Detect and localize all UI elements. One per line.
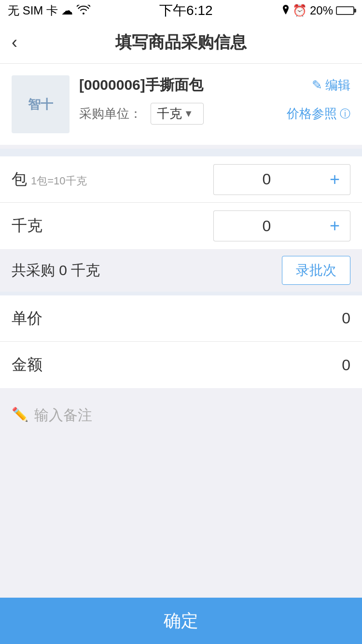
dropdown-arrow-icon: ▼ (184, 108, 194, 119)
unit-price-value: 0 (342, 309, 350, 327)
product-unit-row: 采购单位： 千克 ▼ 价格参照 ⓘ (79, 103, 350, 125)
confirm-button[interactable]: 确定 (164, 609, 198, 633)
svg-point-0 (285, 7, 287, 9)
unit-price-row: 单价 0 (0, 295, 362, 342)
product-name-row: [0000006]手撕面包 ✎ 编辑 (79, 75, 350, 95)
edit-label: 编辑 (325, 77, 350, 94)
section-divider-1 (0, 149, 362, 156)
status-bar-left: 无 SIM 卡 ☁ (8, 3, 90, 18)
product-card: 智十 [0000006]手撕面包 ✎ 编辑 采购单位： 千克 ▼ 价格参照 ⓘ (0, 64, 362, 149)
unit-section: 采购单位： 千克 ▼ (79, 103, 204, 125)
notes-section[interactable]: ✏️ 输入备注 (0, 392, 362, 575)
kg-row: 千克 + (0, 203, 362, 249)
price-info-section: 单价 0 金额 0 (0, 295, 362, 392)
price-ref-button[interactable]: 价格参照 ⓘ (287, 105, 350, 122)
edit-icon: ✎ (312, 78, 322, 93)
no-sim-label: 无 SIM 卡 ☁ (8, 3, 73, 18)
total-section: 共采购 0 千克 录批次 (0, 249, 362, 295)
bao-input[interactable] (213, 164, 320, 195)
kg-input[interactable] (213, 210, 320, 241)
confirm-bar[interactable]: 确定 (0, 598, 362, 644)
kg-input-wrap: + (213, 210, 350, 241)
product-image-text: 智十 (28, 96, 53, 113)
location-icon (282, 4, 290, 17)
battery-percent: 20% (310, 4, 333, 17)
status-bar: 无 SIM 卡 ☁ 下午6:12 ⏰ 20% (0, 0, 362, 21)
bao-label: 包1包=10千克 (12, 169, 213, 190)
quantity-section: 包1包=10千克 + 千克 + (0, 156, 362, 249)
page-title: 填写商品采购信息 (115, 31, 247, 54)
notes-placeholder: 输入备注 (34, 406, 92, 425)
amount-row: 金额 0 (0, 342, 362, 388)
product-name: [0000006]手撕面包 (79, 75, 203, 95)
product-info: [0000006]手撕面包 ✎ 编辑 采购单位： 千克 ▼ 价格参照 ⓘ (79, 75, 350, 125)
kg-label: 千克 (12, 215, 213, 237)
kg-plus-button[interactable]: + (320, 210, 350, 241)
unit-label: 采购单位： (79, 106, 142, 121)
edit-button[interactable]: ✎ 编辑 (312, 77, 350, 94)
amount-value: 0 (342, 356, 350, 374)
back-button[interactable]: ‹ (12, 32, 17, 53)
batch-button[interactable]: 录批次 (282, 256, 350, 285)
product-image: 智十 (12, 75, 70, 133)
bao-row: 包1包=10千克 + (0, 156, 362, 203)
status-bar-right: ⏰ 20% (282, 4, 354, 17)
wifi-icon (77, 4, 90, 17)
battery-icon (336, 6, 354, 15)
unit-select[interactable]: 千克 ▼ (151, 103, 204, 125)
nav-bar: ‹ 填写商品采购信息 (0, 21, 362, 64)
amount-label: 金额 (12, 354, 42, 376)
alarm-icon: ⏰ (292, 4, 307, 17)
status-bar-time: 下午6:12 (159, 1, 213, 20)
bao-sub-label: 1包=10千克 (31, 175, 87, 187)
unit-value: 千克 (157, 105, 182, 122)
pencil-icon: ✏️ (12, 406, 28, 422)
info-icon: ⓘ (340, 107, 350, 121)
price-ref-label: 价格参照 (287, 105, 337, 122)
unit-price-label: 单价 (12, 308, 42, 329)
bao-plus-button[interactable]: + (320, 164, 350, 195)
total-text: 共采购 0 千克 (12, 261, 100, 280)
bao-input-wrap: + (213, 164, 350, 195)
